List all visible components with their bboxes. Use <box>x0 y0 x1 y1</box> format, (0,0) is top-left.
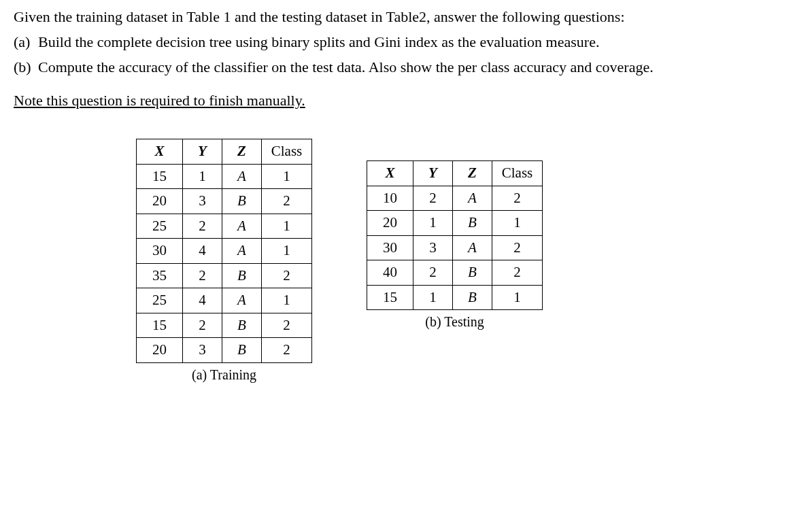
training-table: X Y Z Class 151A1203B2252A1304A1352B2254… <box>136 139 312 363</box>
table-row: 102A2 <box>367 186 543 211</box>
table-row: 304A1 <box>137 239 312 264</box>
training-cell-x: 15 <box>137 164 183 189</box>
table-row: 303A2 <box>367 235 543 260</box>
testing-cell-x: 15 <box>367 285 413 310</box>
training-cell-y: 2 <box>183 214 222 239</box>
testing-table-block: X Y Z Class 102A2201B1303A2402B2151B1 (b… <box>367 160 543 332</box>
table-row: 254A1 <box>137 288 312 313</box>
testing-cell-class: 2 <box>492 260 543 286</box>
testing-cell-class: 2 <box>492 186 543 211</box>
training-cell-class: 1 <box>262 239 312 264</box>
testing-cell-y: 1 <box>413 211 453 236</box>
table-row: 402B2 <box>367 260 543 286</box>
testing-header-row: X Y Z Class <box>367 161 543 186</box>
table-row: 151A1 <box>137 164 312 189</box>
testing-cell-z: B <box>453 211 492 236</box>
testing-cell-z: A <box>453 235 492 260</box>
testing-cell-z: B <box>453 285 492 310</box>
table-row: 151B1 <box>367 285 543 310</box>
question-intro: Given the training dataset in Table 1 an… <box>14 5 798 28</box>
part-b-text: Compute the accuracy of the classifier o… <box>38 56 798 78</box>
testing-header-y: Y <box>413 161 453 186</box>
testing-cell-x: 10 <box>367 186 413 211</box>
training-cell-x: 30 <box>137 239 183 264</box>
training-cell-y: 3 <box>183 189 222 214</box>
training-cell-class: 1 <box>262 214 312 239</box>
training-cell-class: 2 <box>262 263 312 288</box>
training-cell-z: A <box>222 214 262 239</box>
training-cell-class: 1 <box>262 288 312 313</box>
part-b: (b) Compute the accuracy of the classifi… <box>14 56 798 78</box>
testing-cell-z: A <box>453 186 492 211</box>
note-text: Note this question is required to finish… <box>14 89 798 112</box>
testing-cell-class: 1 <box>492 211 543 236</box>
table-row: 203B2 <box>137 189 312 214</box>
training-cell-z: A <box>222 164 262 189</box>
testing-header-x: X <box>367 161 413 186</box>
training-cell-z: B <box>222 189 262 214</box>
testing-cell-y: 2 <box>413 260 453 286</box>
training-cell-x: 25 <box>137 288 183 313</box>
table-row: 352B2 <box>137 263 312 288</box>
tables-container: X Y Z Class 151A1203B2252A1304A1352B2254… <box>14 139 798 385</box>
testing-cell-class: 1 <box>492 285 543 310</box>
training-header-row: X Y Z Class <box>137 139 312 165</box>
training-cell-z: B <box>222 313 262 338</box>
testing-table: X Y Z Class 102A2201B1303A2402B2151B1 <box>367 160 543 310</box>
part-a-label: (a) <box>14 31 38 53</box>
testing-caption: (b) Testing <box>425 311 484 332</box>
training-cell-z: A <box>222 239 262 264</box>
training-cell-class: 2 <box>262 189 312 214</box>
testing-cell-x: 30 <box>367 235 413 260</box>
training-cell-class: 2 <box>262 338 312 363</box>
training-cell-y: 2 <box>183 313 222 338</box>
testing-cell-y: 3 <box>413 235 453 260</box>
training-cell-class: 1 <box>262 164 312 189</box>
testing-cell-y: 2 <box>413 186 453 211</box>
training-table-block: X Y Z Class 151A1203B2252A1304A1352B2254… <box>136 139 312 385</box>
training-cell-y: 4 <box>183 239 222 264</box>
table-row: 203B2 <box>137 338 312 363</box>
testing-cell-class: 2 <box>492 235 543 260</box>
training-header-z: Z <box>222 139 262 165</box>
training-header-y: Y <box>183 139 222 165</box>
training-cell-y: 2 <box>183 263 222 288</box>
training-cell-z: B <box>222 338 262 363</box>
table-row: 252A1 <box>137 214 312 239</box>
training-header-class: Class <box>262 139 312 165</box>
training-cell-z: A <box>222 288 262 313</box>
testing-header-class: Class <box>492 161 543 186</box>
training-cell-y: 3 <box>183 338 222 363</box>
training-header-x: X <box>137 139 183 165</box>
testing-cell-z: B <box>453 260 492 286</box>
part-b-label: (b) <box>14 56 38 78</box>
part-a: (a) Build the complete decision tree usi… <box>14 31 798 53</box>
training-caption: (a) Training <box>192 364 256 385</box>
testing-cell-y: 1 <box>413 285 453 310</box>
training-cell-y: 4 <box>183 288 222 313</box>
testing-cell-x: 40 <box>367 260 413 286</box>
training-cell-x: 15 <box>137 313 183 338</box>
training-cell-y: 1 <box>183 164 222 189</box>
training-cell-x: 20 <box>137 338 183 363</box>
part-a-text: Build the complete decision tree using b… <box>38 31 798 53</box>
training-cell-class: 2 <box>262 313 312 338</box>
training-cell-x: 25 <box>137 214 183 239</box>
testing-cell-x: 20 <box>367 211 413 236</box>
training-cell-x: 20 <box>137 189 183 214</box>
training-cell-x: 35 <box>137 263 183 288</box>
training-cell-z: B <box>222 263 262 288</box>
table-row: 152B2 <box>137 313 312 338</box>
testing-header-z: Z <box>453 161 492 186</box>
table-row: 201B1 <box>367 211 543 236</box>
